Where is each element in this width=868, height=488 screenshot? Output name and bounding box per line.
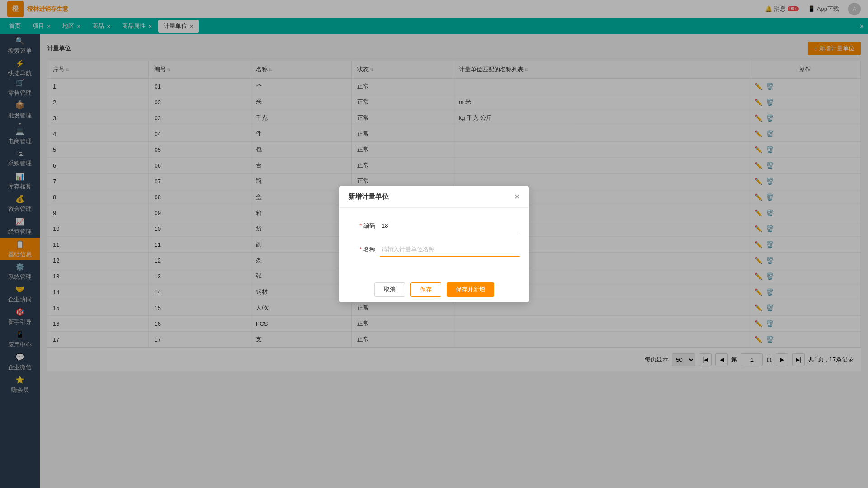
add-unit-modal: 新增计量单位 ✕ * 编码 * 名称 取消 保存 保存并新增 xyxy=(339,186,529,302)
modal-close-button[interactable]: ✕ xyxy=(514,192,520,201)
name-input[interactable] xyxy=(380,242,520,257)
name-label: * 名称 xyxy=(348,245,375,253)
save-and-new-button[interactable]: 保存并新增 xyxy=(447,282,494,297)
save-button[interactable]: 保存 xyxy=(410,282,441,297)
form-row-code: * 编码 xyxy=(348,219,520,233)
modal-header: 新增计量单位 ✕ xyxy=(339,186,529,208)
form-row-name: * 名称 xyxy=(348,242,520,257)
modal-body: * 编码 * 名称 xyxy=(339,208,529,277)
modal-footer: 取消 保存 保存并新增 xyxy=(339,277,529,302)
cancel-button[interactable]: 取消 xyxy=(374,282,405,297)
modal-title: 新增计量单位 xyxy=(348,192,389,201)
code-label: * 编码 xyxy=(348,222,375,230)
modal-overlay[interactable]: 新增计量单位 ✕ * 编码 * 名称 取消 保存 保存并新增 xyxy=(0,0,868,488)
code-input[interactable] xyxy=(380,219,520,233)
